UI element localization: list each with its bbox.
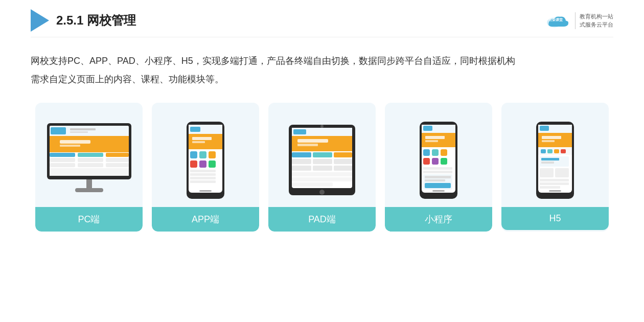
card-h5-label: H5 bbox=[501, 207, 609, 230]
page-title: 2.5.1 网校管理 bbox=[56, 12, 136, 29]
card-pc-label: PC端 bbox=[35, 207, 143, 232]
svg-rect-57 bbox=[313, 159, 332, 164]
svg-rect-41 bbox=[190, 177, 216, 179]
card-app: APP端 bbox=[152, 103, 259, 232]
svg-rect-73 bbox=[423, 149, 430, 156]
svg-rect-93 bbox=[542, 140, 555, 142]
description-line2: 需求自定义页面上的内容、课程、功能模块等。 bbox=[31, 70, 613, 88]
logo-tagline: 教育机构一站 式服务云平台 bbox=[575, 12, 613, 29]
svg-rect-79 bbox=[423, 167, 452, 170]
svg-rect-71 bbox=[425, 136, 445, 139]
svg-rect-42 bbox=[190, 180, 216, 183]
svg-rect-78 bbox=[441, 158, 447, 165]
svg-rect-13 bbox=[50, 153, 75, 157]
svg-rect-90 bbox=[540, 126, 549, 131]
svg-rect-12 bbox=[60, 145, 80, 147]
svg-rect-31 bbox=[192, 137, 212, 140]
svg-rect-104 bbox=[540, 179, 569, 181]
header: 2.5.1 网校管理 云朵课堂 教育机构一站 式服务云平台 bbox=[31, 0, 613, 37]
svg-rect-19 bbox=[50, 163, 75, 167]
svg-rect-74 bbox=[432, 149, 439, 156]
svg-rect-101 bbox=[541, 162, 554, 164]
svg-rect-16 bbox=[50, 158, 75, 162]
mini-image-area bbox=[392, 113, 485, 200]
svg-rect-80 bbox=[423, 171, 452, 173]
svg-rect-20 bbox=[78, 163, 103, 167]
svg-rect-62 bbox=[292, 172, 352, 176]
svg-rect-34 bbox=[199, 151, 206, 158]
svg-rect-58 bbox=[334, 159, 352, 164]
svg-rect-14 bbox=[78, 153, 103, 157]
svg-rect-84 bbox=[425, 183, 451, 188]
header-left: 2.5.1 网校管理 bbox=[31, 9, 136, 32]
card-h5: H5 bbox=[501, 103, 609, 232]
svg-rect-51 bbox=[297, 139, 328, 143]
svg-rect-32 bbox=[192, 141, 205, 143]
svg-rect-75 bbox=[441, 149, 447, 156]
svg-rect-95 bbox=[541, 149, 546, 153]
svg-rect-61 bbox=[334, 166, 352, 171]
svg-rect-29 bbox=[190, 127, 200, 132]
svg-rect-43 bbox=[199, 190, 212, 192]
svg-rect-38 bbox=[209, 160, 216, 168]
svg-rect-36 bbox=[190, 160, 197, 168]
svg-point-47 bbox=[319, 190, 325, 195]
svg-rect-35 bbox=[209, 151, 216, 158]
svg-rect-64 bbox=[292, 182, 333, 187]
svg-rect-52 bbox=[297, 144, 318, 146]
card-pad-label: PAD端 bbox=[268, 207, 376, 232]
svg-rect-69 bbox=[423, 126, 432, 131]
svg-rect-72 bbox=[425, 140, 438, 142]
card-mini: 小程序 bbox=[385, 103, 492, 232]
svg-rect-49 bbox=[293, 129, 306, 134]
svg-rect-96 bbox=[547, 149, 553, 153]
app-device-icon bbox=[185, 121, 226, 200]
card-mini-label: 小程序 bbox=[385, 207, 492, 232]
pad-image-area bbox=[275, 113, 369, 200]
cards-container: PC端 bbox=[31, 103, 613, 232]
logo-right: 云朵课堂 教育机构一站 式服务云平台 bbox=[545, 12, 613, 29]
svg-rect-17 bbox=[78, 158, 103, 162]
svg-rect-8 bbox=[70, 128, 96, 130]
svg-rect-10 bbox=[50, 136, 129, 152]
svg-rect-107 bbox=[549, 190, 561, 192]
pc-image-area bbox=[42, 113, 135, 200]
app-image-area bbox=[159, 113, 252, 200]
svg-rect-39 bbox=[190, 170, 216, 172]
svg-rect-102 bbox=[540, 168, 554, 177]
svg-rect-11 bbox=[60, 140, 90, 144]
svg-rect-103 bbox=[555, 168, 569, 177]
card-pad: PAD端 bbox=[268, 103, 376, 232]
svg-rect-24 bbox=[75, 188, 103, 192]
svg-rect-37 bbox=[199, 160, 206, 168]
pc-device-icon bbox=[44, 121, 134, 200]
svg-rect-54 bbox=[313, 152, 332, 157]
svg-rect-15 bbox=[106, 153, 129, 157]
svg-text:云朵课堂: 云朵课堂 bbox=[548, 17, 563, 22]
svg-rect-76 bbox=[423, 158, 430, 165]
description-line1: 网校支持PC、APP、PAD、小程序、H5，实现多端打通，产品各终端自由切换，数… bbox=[31, 52, 613, 70]
svg-rect-63 bbox=[292, 177, 352, 181]
svg-rect-22 bbox=[50, 168, 129, 176]
pad-device-icon bbox=[286, 121, 358, 200]
card-pc: PC端 bbox=[35, 103, 143, 232]
svg-rect-106 bbox=[540, 186, 560, 189]
svg-rect-82 bbox=[425, 176, 451, 178]
svg-rect-85 bbox=[432, 190, 445, 192]
h5-device-icon bbox=[535, 121, 576, 200]
svg-rect-60 bbox=[313, 166, 332, 171]
svg-rect-33 bbox=[190, 151, 197, 158]
svg-rect-83 bbox=[425, 179, 445, 181]
svg-rect-97 bbox=[554, 149, 559, 153]
svg-point-46 bbox=[320, 125, 324, 128]
cloud-svg-icon: 云朵课堂 bbox=[545, 12, 570, 29]
card-app-label: APP端 bbox=[152, 207, 259, 232]
logo-triangle-icon bbox=[31, 9, 49, 32]
svg-rect-53 bbox=[292, 152, 311, 157]
svg-rect-18 bbox=[106, 158, 129, 162]
svg-rect-92 bbox=[542, 136, 561, 139]
svg-rect-77 bbox=[432, 158, 439, 165]
svg-rect-100 bbox=[541, 158, 559, 160]
svg-rect-40 bbox=[190, 173, 216, 176]
page-container: 2.5.1 网校管理 云朵课堂 教育机构一站 式服务云平台 网校支持PC、AP bbox=[0, 0, 644, 322]
